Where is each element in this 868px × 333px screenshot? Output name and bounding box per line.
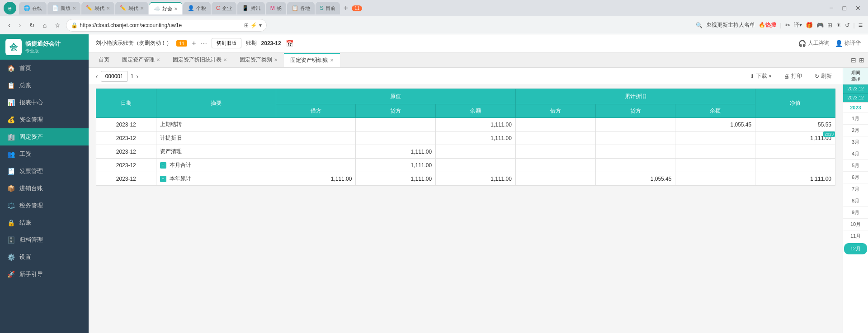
period-item-7[interactable]: 7月 (843, 183, 868, 195)
period-item-year[interactable]: 2023 (843, 103, 868, 113)
nav-back[interactable]: ‹ (5, 20, 13, 30)
page-nav-right: ⬇ 下载 ▾ 🖨 打印 ↻ 刷新 (746, 70, 835, 82)
table-row: 2023-12 资产清理 1,111.00 (96, 145, 835, 159)
download-btn[interactable]: ⬇ 下载 ▾ (746, 70, 775, 82)
sidebar-item-closing[interactable]: 🔒 结账 (0, 214, 89, 231)
switch-version-btn[interactable]: 切到旧版 (212, 38, 241, 48)
cell-summary-1: 上期结转 (156, 118, 276, 131)
sidebar-item-funds[interactable]: 💰 资金管理 (0, 111, 89, 128)
sidebar-item-ledger[interactable]: 📋 总账 (0, 77, 89, 94)
window-close[interactable]: ✕ (852, 3, 864, 14)
user-btn[interactable]: 👤 徐译华 (835, 39, 861, 47)
account-name: 刘小艳演示账套（勿删勿动！） (96, 39, 172, 47)
tab-shrink-btn[interactable]: ⊟ (851, 56, 856, 64)
tab-online[interactable]: 🌐 在线 (19, 2, 47, 14)
new-tab-button[interactable]: + (341, 4, 351, 13)
tab-close-3[interactable]: ✕ (274, 57, 278, 62)
cell-acc-debit-1 (515, 118, 595, 131)
period-item-4[interactable]: 4月 (843, 148, 868, 160)
period-item-3[interactable]: 3月 (843, 136, 868, 148)
sidebar-item-archive[interactable]: 🗄️ 归档管理 (0, 231, 89, 249)
manage-btn[interactable]: ⋯ (201, 40, 207, 47)
sidebar-item-payroll[interactable]: 👥 工资 (0, 145, 89, 163)
service-btn[interactable]: 🎧 人工咨询 (798, 39, 830, 47)
tab-expand-btn[interactable]: ⊞ (859, 56, 864, 64)
nav-refresh[interactable]: ↻ (27, 21, 38, 30)
sidebar-item-tax[interactable]: ⚖️ 税务管理 (0, 197, 89, 214)
sidebar-item-home[interactable]: 🏠 首页 (0, 60, 89, 77)
tab-asset-ledger[interactable]: 固定资产明细账 ✕ (284, 53, 340, 67)
table-row: 2023-12 + 本年累计 1,111.00 1,111.00 1,111.0… (96, 172, 835, 186)
sidebar-item-reports[interactable]: 📊 报表中心 (0, 94, 89, 111)
period-item-5[interactable]: 5月 (843, 160, 868, 172)
ssl-icon: 🔒 (71, 22, 78, 28)
headset-icon: 🎧 (798, 40, 806, 47)
cell-orig-credit-4: 1,111.00 (356, 159, 436, 172)
dropdown-icon[interactable]: ▾ (259, 22, 262, 28)
period-item-2[interactable]: 2月 (843, 125, 868, 136)
cell-acc-balance-3 (675, 145, 755, 159)
tab-yidai1[interactable]: ✏️ 易代 ✕ (81, 2, 114, 14)
qr-icon: ⊞ (244, 22, 249, 28)
period-item-9[interactable]: 9月 (843, 207, 868, 219)
sidebar-item-guide[interactable]: 🚀 新手引导 (0, 266, 89, 283)
cell-orig-credit-5: 1,111.00 (356, 172, 436, 186)
cell-acc-credit-1 (595, 118, 675, 131)
tab-close-2[interactable]: ✕ (223, 57, 227, 62)
nav-forward[interactable]: › (16, 20, 24, 30)
period-item-10[interactable]: 10月 (843, 219, 868, 230)
tab-haokuai[interactable]: ☁️ 好会 ✕ (149, 2, 182, 14)
game-btn[interactable]: 🎮 (816, 22, 824, 28)
tab-depreciation-stats[interactable]: 固定资产折旧统计表 ✕ (166, 53, 233, 66)
tab-gedi[interactable]: 📋 各地 (287, 2, 315, 14)
sidebar-item-inventory[interactable]: 📦 进销台账 (0, 180, 89, 197)
nav-home[interactable]: ⌂ (40, 21, 49, 30)
nav-bookmark[interactable]: ☆ (52, 21, 63, 30)
tab-tencent[interactable]: 📱 腾讯 (237, 2, 265, 14)
sidebar-item-fixed-assets[interactable]: 🏢 固定资产 (0, 128, 89, 145)
tab-fixed-asset-mgmt[interactable]: 固定资产管理 ✕ (116, 53, 166, 66)
tab-home[interactable]: 首页 (92, 53, 116, 66)
prev-page-btn[interactable]: ‹ (96, 73, 98, 80)
menu-btn[interactable]: ≡ (859, 21, 863, 29)
cell-acc-balance-1: 1,055.45 (675, 118, 755, 131)
print-btn[interactable]: 🖨 打印 (780, 70, 806, 82)
period-item-1[interactable]: 1月 (843, 113, 868, 125)
add-account-btn[interactable]: + (192, 39, 196, 47)
window-minimize[interactable]: − (826, 2, 837, 14)
tax-icon: ⚖️ (7, 202, 15, 209)
period-item-8[interactable]: 8月 (843, 195, 868, 207)
summary-icon-month: + (160, 162, 166, 169)
period-value: 2023-12 (261, 40, 281, 47)
tab-geshui[interactable]: 👤 个税 (183, 2, 211, 14)
tab-asset-category[interactable]: 固定资产类别 ✕ (233, 53, 284, 66)
page-number-input[interactable] (101, 71, 128, 82)
user-icon: 👤 (835, 40, 843, 47)
tab-chang[interactable]: M 畅 (266, 2, 286, 14)
period-item-11[interactable]: 11月 (843, 230, 868, 242)
window-maximize[interactable]: □ (839, 3, 850, 14)
history-btn[interactable]: ↺ (845, 22, 850, 28)
sidebar-item-settings[interactable]: ⚙️ 设置 (0, 249, 89, 266)
address-input[interactable] (80, 22, 242, 28)
translate-btn[interactable]: 译▾ (794, 21, 802, 29)
scissors-btn[interactable]: ✂ (785, 22, 790, 28)
tab-qiye[interactable]: C 企业 (212, 2, 236, 14)
theme-btn[interactable]: ☀ (836, 22, 841, 28)
tab-close-4[interactable]: ✕ (330, 58, 334, 63)
refresh-btn[interactable]: ↻ 刷新 (811, 70, 835, 82)
calendar-icon[interactable]: 📅 (286, 40, 293, 47)
sidebar-item-invoice[interactable]: 🧾 发票管理 (0, 163, 89, 180)
hot-search-label[interactable]: 🔥热搜 (759, 21, 776, 29)
tab-new[interactable]: 📄 新版 ✕ (47, 2, 80, 14)
period-item-6[interactable]: 6月 (843, 172, 868, 183)
cell-date-5: 2023-12 (96, 172, 156, 186)
grid-btn[interactable]: ⊞ (827, 22, 832, 28)
period-item-12[interactable]: 12月 (844, 243, 867, 254)
ledger-panel: ‹ 1 › ⬇ 下载 ▾ 🖨 打印 (89, 68, 843, 333)
tab-yidai2[interactable]: ✏️ 易代 ✕ (115, 2, 148, 14)
next-page-btn[interactable]: › (136, 73, 138, 80)
tab-muqian[interactable]: S 目前 (316, 2, 340, 14)
tab-close-1[interactable]: ✕ (156, 57, 160, 62)
wallet-btn[interactable]: 🎁 (806, 22, 813, 28)
